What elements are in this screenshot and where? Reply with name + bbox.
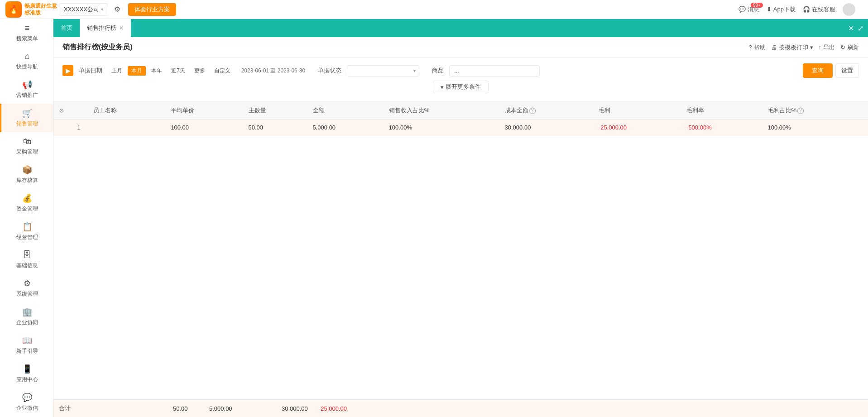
sidebar-item-system[interactable]: ⚙ 系统管理 <box>0 274 53 302</box>
tab-close-window-icon[interactable]: ✕ <box>848 24 854 33</box>
expand-more-button[interactable]: ▾ 展开更多条件 <box>433 81 489 93</box>
avatar[interactable] <box>843 3 855 16</box>
logo: 🔥 畅康通好生意 标准版 <box>5 1 59 18</box>
date-tab-this-month[interactable]: 本月 <box>128 66 146 76</box>
date-tab-more[interactable]: 更多 <box>191 66 209 76</box>
th-profit-pct: 毛利占比%? <box>762 102 868 120</box>
message-badge: 99+ <box>751 3 763 8</box>
sales-icon: 🛒 <box>22 108 32 118</box>
date-tab-this-year[interactable]: 本年 <box>148 66 166 76</box>
date-tab-last-month[interactable]: 上月 <box>108 66 126 76</box>
logo-icon: 🔥 <box>5 1 22 18</box>
sidebar-item-label: 应用中心 <box>16 376 38 383</box>
refresh-button[interactable]: ↻ 刷新 <box>840 43 859 52</box>
settings-icon[interactable]: ⚙ <box>111 3 124 16</box>
wechat-icon: 💬 <box>22 393 32 403</box>
app-download-button[interactable]: ⬇ App下载 <box>767 5 796 14</box>
tab-sales-rank[interactable]: 销售排行榜 ✕ <box>80 19 131 37</box>
cost-info-icon[interactable]: ? <box>529 108 536 114</box>
sidebar-item-label: 销售管理 <box>16 120 38 128</box>
sidebar-item-search[interactable]: ≡ 搜索菜单 <box>0 19 53 47</box>
sidebar-item-operations[interactable]: 📋 经营管理 <box>0 217 53 246</box>
sidebar-item-inventory[interactable]: 📦 库存核算 <box>0 160 53 189</box>
export-button[interactable]: ↑ 导出 <box>819 43 835 52</box>
table-footer: 合计 50.00 5,000.00 30,000.00 -25,000.00 <box>53 399 868 417</box>
date-tab-7-days[interactable]: 近7天 <box>168 66 189 76</box>
download-icon: ⬇ <box>767 6 772 13</box>
trial-button[interactable]: 体验行业方案 <box>128 3 176 16</box>
template-print-button[interactable]: 🖨 按模板打印 ▾ <box>771 43 813 52</box>
th-employee-name: 员工名称 <box>88 102 165 120</box>
sidebar-item-purchase[interactable]: 🛍 采购管理 <box>0 132 53 160</box>
date-tabs: 上月 本月 本年 近7天 更多 自定义 <box>108 66 234 76</box>
cell-settings <box>53 120 70 136</box>
cell-profit-rate: -500.00% <box>681 120 762 136</box>
table-header-row: ⚙ 员工名称 平均单价 主数量 全额 销售收入占比% 成本全额? 毛利 毛利率 … <box>53 102 868 120</box>
content-area: 首页 销售排行榜 ✕ ✕ ⤢ 销售排行榜(按业务员) ? 帮助 <box>53 19 868 417</box>
status-label: 单据状态 <box>318 67 341 75</box>
sidebar-item-quick-nav[interactable]: ⌂ 快捷导航 <box>0 47 53 75</box>
th-amount: 全额 <box>307 102 384 120</box>
headset-icon: 🎧 <box>803 6 810 13</box>
app-center-icon: 📱 <box>22 364 32 374</box>
th-cost: 成本全额? <box>499 102 593 120</box>
cell-profit-pct: 100.00% <box>762 120 868 136</box>
sidebar-item-guide[interactable]: 📖 新手引导 <box>0 331 53 359</box>
status-select-wrapper[interactable] <box>347 65 419 77</box>
filter-collapse-button[interactable]: ▶ <box>62 65 73 76</box>
company-selector[interactable]: XXXXXX公司 ▾ <box>59 3 108 16</box>
expand-more-row: ▾ 展开更多条件 <box>62 78 859 96</box>
filter-row-1: ▶ 单据日期 上月 本月 本年 近7天 更多 自定义 2023-06-01 至 … <box>62 63 859 78</box>
help-button[interactable]: ? 帮助 <box>748 43 765 52</box>
cell-employee-name <box>88 120 165 136</box>
finance-icon: 💰 <box>22 193 32 203</box>
footer-cells: 50.00 5,000.00 30,000.00 -25,000.00 <box>131 405 863 412</box>
export-icon: ↑ <box>819 44 822 51</box>
search-button[interactable]: 查询 <box>803 63 833 78</box>
cell-amount: 5,000.00 <box>307 120 384 136</box>
online-service-button[interactable]: 🎧 在线客服 <box>803 5 835 14</box>
filter-bar: ▶ 单据日期 上月 本月 本年 近7天 更多 自定义 2023-06-01 至 … <box>53 58 868 102</box>
help-icon: ? <box>748 44 752 51</box>
footer-amount: 5,000.00 <box>204 405 240 412</box>
goods-input[interactable] <box>449 65 540 77</box>
profit-pct-info-icon[interactable]: ? <box>797 108 804 114</box>
table-container: ⚙ 员工名称 平均单价 主数量 全额 销售收入占比% 成本全额? 毛利 毛利率 … <box>53 102 868 399</box>
tab-home[interactable]: 首页 <box>53 19 80 37</box>
page-content: 销售排行榜(按业务员) ? 帮助 🖨 按模板打印 ▾ ↑ 导出 <box>53 37 868 417</box>
th-settings[interactable]: ⚙ <box>53 102 70 120</box>
sidebar-item-label: 营销推广 <box>16 91 38 99</box>
sidebar-item-label: 基础信息 <box>16 262 38 269</box>
system-icon: ⚙ <box>24 278 31 288</box>
tab-close-icon[interactable]: ✕ <box>119 25 124 31</box>
table-row: 1 100.00 50.00 5,000.00 100.00% 30,000.0… <box>53 120 868 136</box>
th-sales-pct: 销售收入占比% <box>384 102 499 120</box>
column-settings-icon[interactable]: ⚙ <box>59 107 64 114</box>
status-select[interactable] <box>347 65 419 77</box>
company-name: XXXXXX公司 <box>64 5 99 14</box>
tab-sales-rank-label: 销售排行榜 <box>87 24 116 32</box>
filter-settings-button[interactable]: 设置 <box>835 63 859 78</box>
sidebar-item-enterprise[interactable]: 🏢 企业协同 <box>0 302 53 331</box>
sidebar-item-label: 资金管理 <box>16 205 38 213</box>
sidebar-item-marketing[interactable]: 📢 营销推广 <box>0 75 53 104</box>
sidebar-item-finance[interactable]: 💰 资金管理 <box>0 189 53 217</box>
cell-profit: -25,000.00 <box>593 120 681 136</box>
sidebar-item-basic-info[interactable]: 🗄 基础信息 <box>0 246 53 274</box>
tab-maximize-icon[interactable]: ⤢ <box>858 24 863 33</box>
th-qty: 主数量 <box>243 102 307 120</box>
sidebar-item-wechat[interactable]: 💬 企业微信 <box>0 388 53 417</box>
page-title: 销售排行榜(按业务员) <box>62 43 133 52</box>
sidebar-item-label: 快捷导航 <box>16 63 38 71</box>
guide-icon: 📖 <box>22 336 32 345</box>
sidebar-item-label: 搜索菜单 <box>16 35 38 43</box>
sidebar-item-app-center[interactable]: 📱 应用中心 <box>0 359 53 388</box>
date-tab-custom[interactable]: 自定义 <box>211 66 234 76</box>
cell-avg-price: 100.00 <box>165 120 243 136</box>
topbar: 🔥 畅康通好生意 标准版 XXXXXX公司 ▾ ⚙ 体验行业方案 💬 消息 99… <box>0 0 868 19</box>
cell-cost: 30,000.00 <box>499 120 593 136</box>
operations-icon: 📋 <box>22 222 32 232</box>
sidebar-item-sales[interactable]: 🛒 销售管理 <box>0 104 53 132</box>
message-button[interactable]: 💬 消息 99+ <box>739 5 759 14</box>
sidebar-item-label: 采购管理 <box>16 148 38 156</box>
